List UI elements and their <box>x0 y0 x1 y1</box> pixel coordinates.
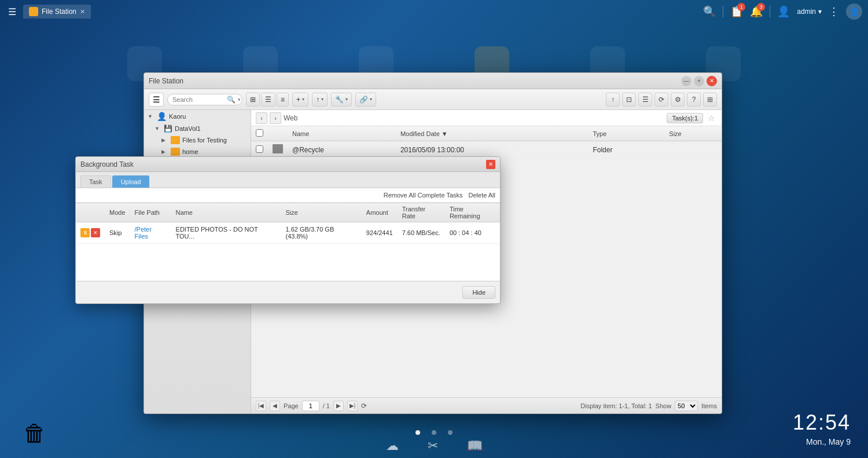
task-mode: Skip <box>105 222 130 244</box>
bg-task-modal: Background Task ✕ Task Upload Remove All… <box>75 156 501 304</box>
remove-all-complete-button[interactable]: Remove All Complete Tasks <box>384 192 463 199</box>
task-amount: 924/2441 <box>362 222 398 244</box>
hide-button[interactable]: Hide <box>462 286 495 299</box>
task-transfer-rate: 7.60 MB/Sec. <box>398 222 445 244</box>
task-row: ⏸ ✕ Skip /Peter Files EDITED PHOTOS - DO… <box>76 222 500 244</box>
th-time-remaining: Time Remaining <box>445 203 500 222</box>
delete-all-button[interactable]: Delete All <box>469 192 495 199</box>
task-list: ⏸ ✕ Skip /Peter Files EDITED PHOTOS - DO… <box>76 222 500 244</box>
task-controls: ⏸ ✕ <box>76 222 105 244</box>
task-name: EDITED PHOTOS - DO NOT TOU... <box>171 222 281 244</box>
modal-footer: Hide <box>76 281 500 303</box>
th-amount: Amount <box>362 203 398 222</box>
th-mode: Mode <box>105 203 130 222</box>
tab-upload[interactable]: Upload <box>112 175 150 188</box>
modal-overlay: Background Task ✕ Task Upload Remove All… <box>0 0 868 458</box>
th-file-path: File Path <box>130 203 171 222</box>
stop-button[interactable]: ✕ <box>91 228 100 237</box>
th-controls <box>76 203 105 222</box>
th-name: Name <box>171 203 281 222</box>
task-file-path: /Peter Files <box>130 222 171 244</box>
modal-body: Remove All Complete Tasks Delete All Mod… <box>76 188 500 281</box>
modal-title: Background Task <box>80 160 134 168</box>
pause-button[interactable]: ⏸ <box>80 228 90 237</box>
modal-titlebar: Background Task ✕ <box>76 157 500 172</box>
task-time-remaining: 00 : 04 : 40 <box>445 222 500 244</box>
th-size: Size <box>281 203 361 222</box>
task-table-header: Mode File Path Name Size Amount Transfer… <box>76 203 500 222</box>
task-size: 1.62 GB/3.70 GB (43.8%) <box>281 222 361 244</box>
modal-actions: Remove All Complete Tasks Delete All <box>76 188 500 203</box>
modal-tabs: Task Upload <box>76 172 500 188</box>
tab-task[interactable]: Task <box>80 175 111 188</box>
th-transfer-rate: Transfer Rate <box>398 203 445 222</box>
task-icons: ⏸ ✕ <box>80 228 100 237</box>
task-table: Mode File Path Name Size Amount Transfer… <box>76 203 500 244</box>
modal-close-button[interactable]: ✕ <box>486 160 495 169</box>
